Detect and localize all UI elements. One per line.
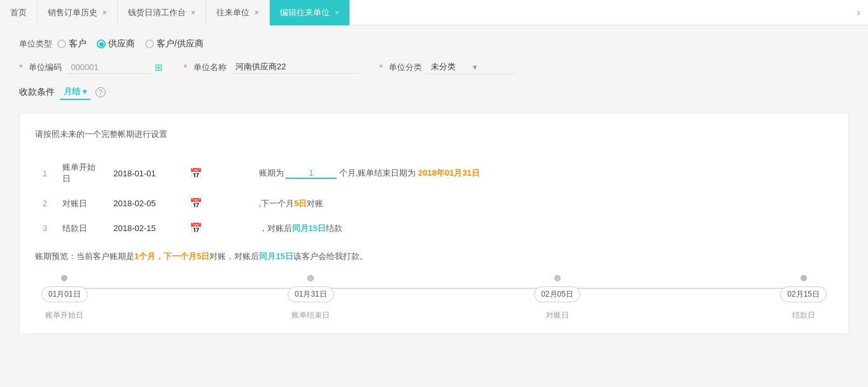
radio-supplier-circle [97,39,106,48]
tab-cashflow-label: 钱货日清工作台 [128,7,186,18]
tab-edit-partner[interactable]: 编辑往来单位 × [270,0,350,25]
date-value-1: 2018-01-01 [106,155,182,191]
preview-part2: 下一个月5日 [164,251,209,261]
period-cell: 账期为 个月,账单结束日期为 2018年01月31日 [251,155,833,191]
timeline-point-3: 02月15日 结款日 [780,275,827,321]
tl-badge-1: 01月31日 [288,286,334,302]
payment-end: 结款 [326,223,342,233]
tl-label-2: 对账日 [546,310,569,321]
content-area: 单位类型 客户 供应商 客户/供应商 * 单位编码 [0,25,868,387]
tl-label-1: 账单结束日 [291,310,330,321]
radio-both-circle [145,39,154,48]
timeline-point-1: 01月31日 账单结束日 [288,275,334,321]
radio-supplier[interactable]: 供应商 [97,38,135,50]
tab-sales-history[interactable]: 销售订单历史 × [38,0,118,25]
unit-category-label: 单位分类 [389,62,422,73]
payment-before: ，对账后 [259,223,292,233]
tab-sales-history-close[interactable]: × [102,8,107,17]
date-value-3: 2018-02-15 [106,216,182,241]
unit-code-input[interactable] [67,61,150,74]
radio-customer-label: 客户 [69,38,87,50]
settings-table: 1 账单开始日 2018-01-01 📅 账期为 个月,账单结束日期为 2018… [35,155,833,241]
row-num-1: 1 [35,155,55,191]
radio-customer-circle [57,39,66,48]
cal-cell-3: 📅 [182,216,251,241]
tl-badge-2: 02月05日 [534,286,580,302]
tl-dot-1 [307,275,314,281]
unit-category-field: * 单位分类 未分类 ▾ [379,60,516,74]
table-row-start: 1 账单开始日 2018-01-01 📅 账期为 个月,账单结束日期为 2018… [35,155,833,191]
tab-edit-partner-label: 编辑往来单位 [280,7,330,18]
timeline-point-2: 02月05日 对账日 [534,275,580,321]
unit-info-row: * 单位编码 ⊞ * 单位名称 * 单位分类 未分类 ▾ [19,60,849,74]
reconcile-before: ,下一个月 [259,199,295,208]
unit-code-required: * [19,62,22,73]
unit-category-select[interactable]: 未分类 ▾ [427,60,516,74]
radio-customer[interactable]: 客户 [57,38,87,50]
tab-home[interactable]: 首页 [0,0,38,25]
period-input[interactable] [286,168,337,179]
period-after: 个月,账单结束日期为 [339,168,416,178]
period-highlight: 2018年01月31日 [418,168,480,178]
tab-home-label: 首页 [10,7,27,18]
unit-name-required: * [183,62,186,73]
date-value-2: 2018-02-05 [106,191,182,216]
payment-select[interactable]: 月结 ▾ [60,85,90,100]
payment-help-icon[interactable]: ? [95,87,106,97]
payment-suffix: ，对账后同月15日结款 [251,216,833,241]
tl-dot-3 [801,275,807,281]
tl-dot-2 [554,275,561,281]
row-label-3: 结款日 [55,216,106,241]
payment-row: 收款条件 月结 ▾ ? [19,85,849,100]
radio-both[interactable]: 客户/供应商 [145,38,204,50]
unit-category-value: 未分类 [431,61,470,73]
tl-dot-0 [61,275,67,281]
unit-type-radio-group: 客户 供应商 客户/供应商 [57,38,204,50]
tl-badge-3: 02月15日 [780,286,827,302]
preview-part3: 对账，对账后 [209,251,259,261]
tab-partner-label: 往来单位 [216,7,249,18]
preview-text: 账期预览：当前客户账期是1个月，下一个月5日对账，对账后同月15日该客户会给我打… [35,251,833,262]
payment-day: 同月15日 [292,223,326,233]
calendar-icon-2[interactable]: 📅 [190,198,202,209]
unit-category-arrow: ▾ [473,62,512,72]
tl-badge-0: 01月01日 [41,286,88,302]
card-title: 请按照未来的一个完整帐期进行设置 [35,129,833,140]
tab-partner[interactable]: 往来单位 × [206,0,270,25]
unit-name-label: 单位名称 [193,62,227,73]
preview-part4: 同月15日 [259,251,293,261]
payment-value: 月结 [64,86,80,97]
reconcile-day: 5日 [294,199,307,208]
period-before: 账期为 [259,168,284,178]
unit-name-field: * 单位名称 [183,61,358,74]
calendar-icon-3[interactable]: 📅 [190,223,202,234]
unit-type-label: 单位类型 [19,38,52,50]
tabs-bar: 首页 销售订单历史 × 钱货日清工作台 × 往来单位 × 编辑往来单位 × › [0,0,868,25]
tab-cashflow-close[interactable]: × [191,8,195,17]
calendar-icon-1[interactable]: 📅 [190,168,202,179]
cal-cell-1: 📅 [182,155,251,191]
preview-part5: 该客户会给我打款。 [293,251,368,261]
unit-cat-required: * [379,62,382,73]
reconcile-suffix: ,下一个月5日对账 [251,191,833,216]
copy-icon[interactable]: ⊞ [155,62,163,73]
tab-partner-close[interactable]: × [255,8,259,17]
timeline-point-0: 01月01日 账单开始日 [41,275,88,321]
tab-edit-partner-close[interactable]: × [335,8,339,17]
unit-name-input[interactable] [232,61,359,74]
help-text: ? [99,88,102,96]
cal-cell-2: 📅 [182,191,251,216]
tab-sales-history-label: 销售订单历史 [48,7,97,18]
tabs-more-button[interactable]: › [850,7,868,18]
reconcile-end: 对账 [307,199,323,208]
table-row-reconcile: 2 对账日 2018-02-05 📅 ,下一个月5日对账 [35,191,833,216]
tl-label-3: 结款日 [792,310,815,321]
unit-code-label: 单位编码 [29,62,62,73]
radio-supplier-label: 供应商 [108,38,135,50]
payment-label: 收款条件 [19,87,55,98]
preview-part1: 1个月， [134,251,164,261]
table-row-payment: 3 结款日 2018-02-15 📅 ，对账后同月15日结款 [35,216,833,241]
tab-cashflow[interactable]: 钱货日清工作台 × [118,0,206,25]
row-num-2: 2 [35,191,55,216]
row-label-1: 账单开始日 [55,155,106,191]
